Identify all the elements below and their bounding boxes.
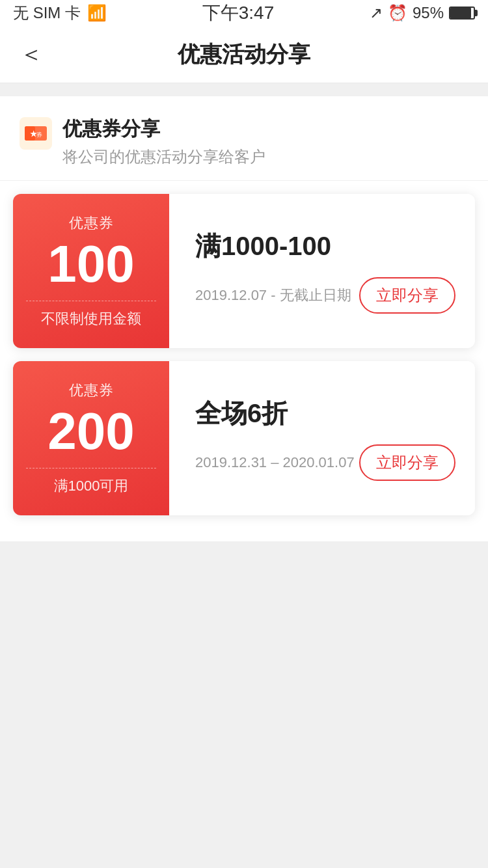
svg-text:券: 券: [36, 131, 42, 138]
coupon-label: 优惠券: [69, 381, 114, 400]
signal-text: 无 SIM 卡: [13, 3, 81, 23]
coupon-condition: 不限制使用金额: [41, 309, 141, 329]
location-icon: ↗: [370, 4, 383, 22]
status-time: 下午3:47: [202, 1, 275, 25]
section-text: 优惠券分享 将公司的优惠活动分享给客户: [62, 116, 265, 167]
section-header: ★ 券 优惠券分享 将公司的优惠活动分享给客户: [0, 96, 488, 181]
section-subtitle: 将公司的优惠活动分享给客户: [62, 146, 265, 167]
battery-text: 95%: [413, 4, 444, 22]
coupon-list: 优惠券 100 不限制使用金额 满1000-100 2019.12.07 - 无…: [0, 181, 488, 541]
status-right: ↗ ⏰ 95%: [370, 4, 475, 22]
nav-bar: ＜ 优惠活动分享: [0, 26, 488, 83]
gray-background-area: [0, 541, 488, 867]
coupon-date: 2019.12.31 – 2020.01.07: [195, 454, 355, 471]
back-button[interactable]: ＜: [20, 38, 43, 70]
coupon-label: 优惠券: [69, 213, 114, 233]
page-title: 优惠活动分享: [178, 40, 310, 70]
coupon-name: 全场6折: [195, 396, 455, 431]
coupon-date-row: 2019.12.31 – 2020.01.07 立即分享: [195, 444, 455, 481]
coupon-share-icon: ★ 券: [20, 117, 52, 150]
coupon-item: 优惠券 100 不限制使用金额 满1000-100 2019.12.07 - 无…: [13, 194, 475, 348]
coupon-left: 优惠券 100 不限制使用金额: [13, 194, 169, 348]
coupon-right: 全场6折 2019.12.31 – 2020.01.07 立即分享: [169, 361, 475, 515]
battery-icon: [449, 7, 475, 20]
status-bar: 无 SIM 卡 📶 下午3:47 ↗ ⏰ 95%: [0, 0, 488, 26]
coupon-item: 优惠券 200 满1000可用 全场6折 2019.12.31 – 2020.0…: [13, 361, 475, 515]
coupon-condition: 满1000可用: [54, 476, 129, 496]
section-title: 优惠券分享: [62, 116, 265, 142]
coupon-date-row: 2019.12.07 - 无截止日期 立即分享: [195, 277, 455, 314]
share-button[interactable]: 立即分享: [359, 277, 455, 314]
coupon-amount: 100: [47, 238, 134, 290]
coupon-name: 满1000-100: [195, 228, 455, 264]
coupon-right: 满1000-100 2019.12.07 - 无截止日期 立即分享: [169, 194, 475, 348]
alarm-icon: ⏰: [388, 4, 407, 22]
coupon-left: 优惠券 200 满1000可用: [13, 361, 169, 515]
status-left: 无 SIM 卡 📶: [13, 3, 107, 23]
coupon-amount: 200: [47, 405, 134, 457]
coupon-date: 2019.12.07 - 无截止日期: [195, 286, 351, 305]
share-button[interactable]: 立即分享: [359, 444, 455, 481]
wifi-icon: 📶: [87, 4, 107, 22]
